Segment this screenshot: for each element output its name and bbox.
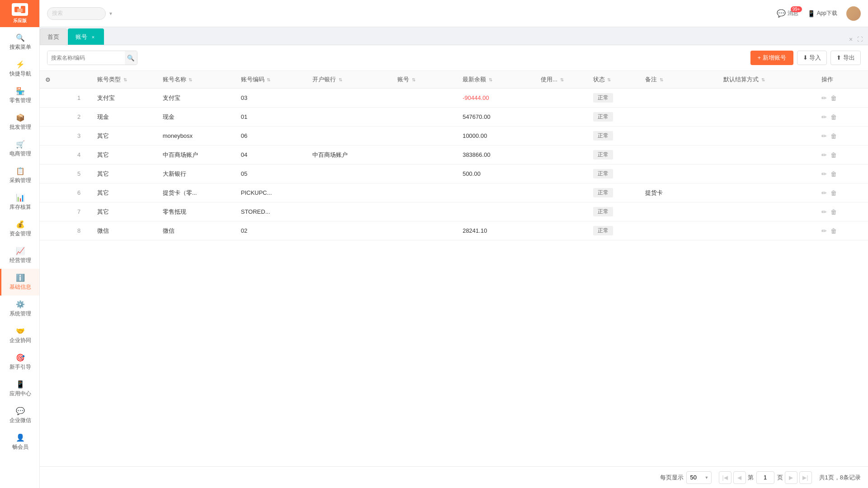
sort-icon: ⇅	[607, 77, 611, 82]
guide-icon: 🎯	[16, 353, 25, 362]
sidebar-item-purchase[interactable]: 📋 采购管理	[0, 162, 39, 189]
row-settings-cell	[40, 108, 66, 127]
user-avatar[interactable]	[846, 6, 861, 21]
dropdown-icon[interactable]: ▾	[109, 10, 112, 17]
main-area: 搜索 ▾ 💬 消息 99+ 📱 App下载 首页 账号 ×	[40, 0, 868, 488]
row-settle-cell	[718, 108, 816, 127]
row-remark-cell	[640, 127, 718, 145]
row-settle-cell	[718, 164, 816, 183]
tab-home[interactable]: 首页	[40, 28, 67, 45]
sidebar-item-wechat[interactable]: 💬 企业微信	[0, 402, 39, 429]
page-first-button[interactable]: |◀	[719, 471, 731, 484]
sidebar-item-label: 企业微信	[9, 417, 31, 424]
page-last-button[interactable]: ▶|	[799, 471, 812, 484]
sidebar-item-label: 电商管理	[9, 150, 31, 158]
th-type[interactable]: 账号类型 ⇅	[92, 71, 157, 89]
export-button[interactable]: ⬆ 导出	[830, 51, 861, 65]
row-type-cell: 现金	[92, 108, 157, 127]
logo-icon	[12, 3, 28, 16]
th-account[interactable]: 账号 ⇅	[392, 71, 457, 89]
sidebar-item-basic[interactable]: ℹ️ 基础信息	[0, 269, 39, 296]
account-table-container: ⚙ 账号类型 ⇅ 账号名称 ⇅	[40, 71, 868, 466]
sidebar-item-app-center[interactable]: 📱 应用中心	[0, 375, 39, 402]
tab-close-icon[interactable]: ×	[90, 34, 96, 40]
sidebar-item-sys[interactable]: ⚙️ 系统管理	[0, 296, 39, 322]
page-size-select-wrap[interactable]: 50 100 200	[686, 471, 712, 484]
th-remark[interactable]: 备注 ⇅	[640, 71, 718, 89]
th-settle[interactable]: 默认结算方式 ⇅	[718, 71, 816, 89]
content-header: 🔍 + 新增账号 ⬇ 导入 ⬆ 导出	[40, 45, 868, 71]
message-button[interactable]: 💬 消息 99+	[777, 9, 798, 18]
delete-icon[interactable]: 🗑	[830, 94, 837, 102]
account-search[interactable]: 🔍	[47, 51, 137, 65]
row-remark-cell	[640, 221, 718, 240]
row-status-cell: 正常	[588, 221, 640, 240]
sidebar-item-inventory[interactable]: 📊 库存核算	[0, 189, 39, 216]
status-badge: 正常	[593, 188, 613, 197]
header-left: 搜索 ▾	[47, 7, 769, 20]
edit-icon[interactable]: ✏	[821, 132, 827, 140]
row-use-cell	[535, 145, 587, 164]
th-settings[interactable]: ⚙	[40, 71, 66, 89]
status-badge: 正常	[593, 226, 613, 235]
sidebar-item-quick-nav[interactable]: ⚡ 快捷导航	[0, 56, 39, 82]
minimize-button[interactable]: ×	[846, 35, 855, 44]
sidebar-item-retail[interactable]: 🏪 零售管理	[0, 82, 39, 109]
search-button[interactable]: 🔍	[125, 51, 137, 65]
search-input[interactable]	[47, 51, 125, 65]
app-download-button[interactable]: 📱 App下载	[807, 9, 837, 17]
message-icon: 💬	[777, 9, 786, 18]
row-bank-cell	[307, 202, 392, 221]
row-code-cell: 06	[236, 127, 307, 145]
delete-icon[interactable]: 🗑	[830, 227, 837, 235]
th-name[interactable]: 账号名称 ⇅	[157, 71, 236, 89]
maximize-button[interactable]: ⛶	[855, 35, 864, 44]
th-code[interactable]: 账号编码 ⇅	[236, 71, 307, 89]
edit-icon[interactable]: ✏	[821, 208, 827, 216]
sidebar-item-label: 资金管理	[9, 230, 31, 238]
sidebar-item-enterprise[interactable]: 🤝 企业协同	[0, 322, 39, 349]
delete-icon[interactable]: 🗑	[830, 113, 837, 121]
table-row: 7 其它 零售抵现 STORED... 正常 ✏ 🗑	[40, 202, 868, 221]
sidebar-item-guide[interactable]: 🎯 新手引导	[0, 349, 39, 375]
sidebar-item-fund[interactable]: 💰 资金管理	[0, 216, 39, 242]
edit-icon[interactable]: ✏	[821, 94, 827, 102]
row-use-cell	[535, 89, 587, 108]
edit-icon[interactable]: ✏	[821, 170, 827, 178]
edit-icon[interactable]: ✏	[821, 227, 827, 235]
row-name-cell: 支付宝	[157, 89, 236, 108]
tab-account[interactable]: 账号 ×	[68, 28, 104, 45]
page-number-input[interactable]	[756, 471, 774, 484]
delete-icon[interactable]: 🗑	[830, 132, 837, 140]
import-button[interactable]: ⬇ 导入	[797, 51, 827, 65]
page-size-selector: 每页显示 50 100 200	[660, 471, 712, 484]
th-bank[interactable]: 开户银行 ⇅	[307, 71, 392, 89]
delete-icon[interactable]: 🗑	[830, 208, 837, 216]
row-settle-cell	[718, 183, 816, 202]
table-row: 8 微信 微信 02 28241.10 正常 ✏ 🗑	[40, 221, 868, 240]
sidebar-item-member[interactable]: 👤 畅会员	[0, 429, 39, 455]
global-search[interactable]: 搜索	[47, 7, 106, 20]
edit-icon[interactable]: ✏	[821, 151, 827, 159]
delete-icon[interactable]: 🗑	[830, 170, 837, 178]
th-balance[interactable]: 最新余额 ⇅	[457, 71, 535, 89]
row-use-cell	[535, 183, 587, 202]
edit-icon[interactable]: ✏	[821, 189, 827, 197]
sidebar-item-wholesale[interactable]: 📦 批发管理	[0, 109, 39, 136]
row-action-cell: ✏ 🗑	[816, 145, 868, 164]
edit-icon[interactable]: ✏	[821, 113, 827, 121]
sort-icon: ⇅	[267, 77, 270, 82]
delete-icon[interactable]: 🗑	[830, 189, 837, 197]
th-status[interactable]: 状态 ⇅	[588, 71, 640, 89]
page-prev-button[interactable]: ◀	[733, 471, 746, 484]
sidebar-item-search-menu[interactable]: 🔍 搜索菜单	[0, 29, 39, 56]
th-use[interactable]: 使用... ⇅	[535, 71, 587, 89]
page-size-select[interactable]: 50 100 200	[686, 471, 712, 484]
row-status-cell: 正常	[588, 164, 640, 183]
add-account-button[interactable]: + 新增账号	[750, 51, 793, 65]
status-badge: 正常	[593, 150, 613, 160]
page-next-button[interactable]: ▶	[785, 471, 797, 484]
delete-icon[interactable]: 🗑	[830, 151, 837, 159]
sidebar-item-ops[interactable]: 📈 经营管理	[0, 242, 39, 269]
sidebar-item-ecommerce[interactable]: 🛒 电商管理	[0, 136, 39, 162]
